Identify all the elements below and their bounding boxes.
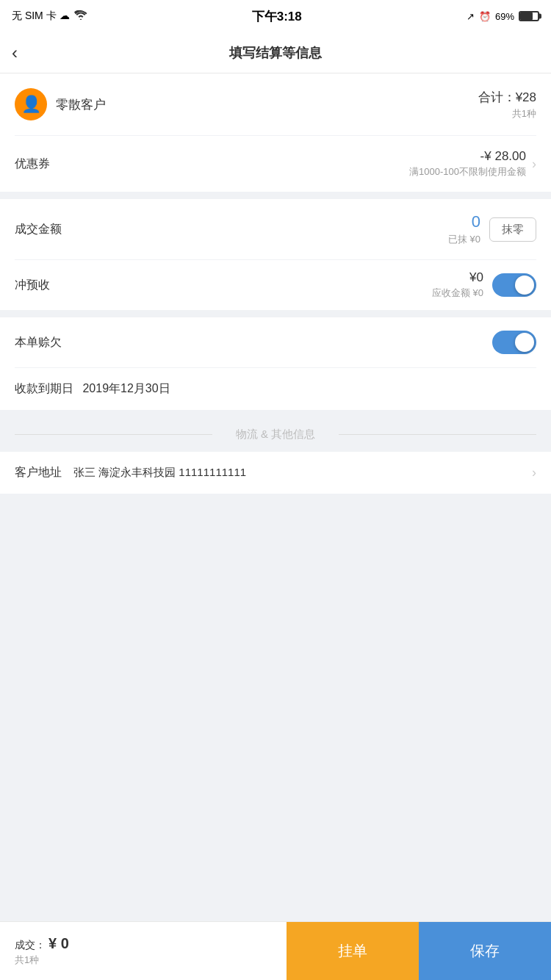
pre-collect-label: 冲预收 bbox=[15, 278, 73, 293]
address-row[interactable]: 客户地址 张三 海淀永丰科技园 11111111111 › bbox=[0, 452, 551, 494]
due-date-row: 收款到期日 2019年12月30日 bbox=[0, 368, 551, 410]
deal-amount-sub: 已抹 ¥0 bbox=[448, 233, 480, 246]
address-section: 客户地址 张三 海淀永丰科技园 11111111111 › bbox=[0, 452, 551, 494]
pre-collect-toggle[interactable] bbox=[492, 273, 536, 297]
status-bar: 无 SIM 卡 ☁ 下午3:18 ↗ ⏰ 69% bbox=[0, 0, 551, 32]
logistics-divider: 物流 & 其他信息 bbox=[0, 417, 551, 452]
battery-percent: 69% bbox=[495, 11, 514, 22]
coupon-desc: 满1000-100不限制使用金额 bbox=[409, 165, 526, 179]
coupon-discount: -¥ 28.00 bbox=[409, 149, 526, 164]
customer-section: 👤 零散客户 合计：¥28 共1种 优惠券 -¥ 28.00 满1000-100… bbox=[0, 73, 551, 192]
divider-line-left bbox=[15, 434, 212, 435]
pre-collect-row: 冲预收 ¥0 应收金额 ¥0 bbox=[0, 260, 551, 310]
debt-toggle-knob bbox=[515, 333, 534, 352]
debt-row: 本单赊欠 bbox=[0, 317, 551, 367]
toggle-knob bbox=[515, 275, 534, 295]
deal-amount-section: 成交金额 0 已抹 ¥0 抹零 冲预收 ¥0 应收金额 ¥0 bbox=[0, 199, 551, 310]
address-value: 张三 海淀永丰科技园 11111111111 bbox=[73, 466, 525, 480]
pre-collect-sub: 应收金额 ¥0 bbox=[432, 287, 483, 300]
sim-text: 无 SIM 卡 ☁ bbox=[12, 10, 70, 23]
nav-bar: ‹ 填写结算等信息 bbox=[0, 32, 551, 73]
coupon-right: -¥ 28.00 满1000-100不限制使用金额 › bbox=[409, 149, 536, 179]
avatar: 👤 bbox=[15, 88, 47, 120]
deal-amount-value[interactable]: 0 bbox=[448, 212, 480, 231]
debt-label: 本单赊欠 bbox=[15, 335, 73, 350]
customer-left: 👤 零散客户 bbox=[15, 88, 106, 120]
coupon-info: -¥ 28.00 满1000-100不限制使用金额 bbox=[409, 149, 526, 179]
debt-section: 本单赊欠 收款到期日 2019年12月30日 bbox=[0, 317, 551, 410]
total-count: 共1种 bbox=[478, 107, 536, 120]
due-date-value: 2019年12月30日 bbox=[82, 382, 170, 394]
location-icon: ↗ bbox=[467, 11, 475, 22]
hold-button[interactable]: 挂单 bbox=[287, 922, 419, 981]
bottom-bar: 成交： ¥ 0 共1种 挂单 保存 bbox=[0, 921, 551, 980]
avatar-icon: 👤 bbox=[21, 95, 41, 114]
bottom-summary-top: 成交： ¥ 0 bbox=[15, 935, 272, 952]
address-chevron-icon: › bbox=[532, 465, 536, 480]
deal-amount-row: 成交金额 0 已抹 ¥0 抹零 bbox=[0, 199, 551, 259]
deal-amount-label: 成交金额 bbox=[15, 222, 73, 237]
deal-amount-group: 0 已抹 ¥0 bbox=[448, 212, 480, 246]
deal-amount-right: 0 已抹 ¥0 抹零 bbox=[448, 212, 536, 246]
bottom-summary: 成交： ¥ 0 共1种 bbox=[0, 935, 287, 967]
customer-row: 👤 零散客户 合计：¥28 共1种 bbox=[0, 73, 551, 135]
bottom-label: 成交： bbox=[15, 939, 46, 952]
pre-collect-amount: ¥0 bbox=[432, 270, 483, 285]
due-date-label: 收款到期日 bbox=[15, 382, 73, 394]
battery-icon bbox=[519, 11, 539, 21]
debt-toggle[interactable] bbox=[492, 331, 536, 354]
address-label: 客户地址 bbox=[15, 465, 66, 480]
back-button[interactable]: ‹ bbox=[12, 43, 18, 63]
logistics-label: 物流 & 其他信息 bbox=[236, 428, 315, 442]
bottom-count: 共1种 bbox=[15, 954, 272, 967]
total-amount: 合计：¥28 bbox=[478, 89, 536, 106]
customer-name: 零散客户 bbox=[56, 96, 106, 113]
wifi-icon bbox=[74, 10, 87, 23]
page-title: 填写结算等信息 bbox=[229, 44, 322, 62]
chevron-right-icon: › bbox=[532, 156, 536, 172]
divider-line-right bbox=[339, 434, 536, 435]
coupon-row[interactable]: 优惠券 -¥ 28.00 满1000-100不限制使用金额 › bbox=[0, 136, 551, 192]
pre-collect-amounts: ¥0 应收金额 ¥0 bbox=[432, 270, 483, 300]
status-right: ↗ ⏰ 69% bbox=[467, 11, 539, 22]
status-left: 无 SIM 卡 ☁ bbox=[12, 10, 87, 23]
alarm-icon: ⏰ bbox=[479, 11, 491, 22]
pre-collect-top: 冲预收 ¥0 应收金额 ¥0 bbox=[15, 270, 536, 300]
coupon-label: 优惠券 bbox=[15, 156, 50, 172]
save-button[interactable]: 保存 bbox=[419, 922, 551, 981]
bottom-amount: ¥ 0 bbox=[48, 935, 69, 952]
content-area: 👤 零散客户 合计：¥28 共1种 优惠券 -¥ 28.00 满1000-100… bbox=[0, 73, 551, 574]
status-time: 下午3:18 bbox=[252, 8, 302, 25]
customer-summary: 合计：¥28 共1种 bbox=[478, 89, 536, 120]
round-off-button[interactable]: 抹零 bbox=[489, 217, 536, 242]
